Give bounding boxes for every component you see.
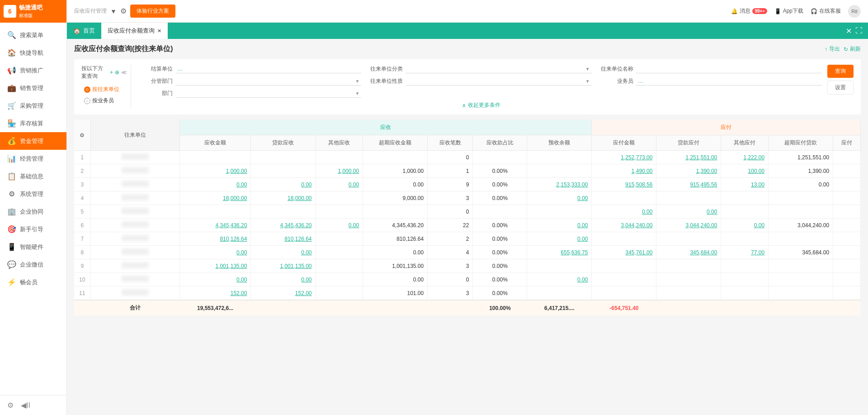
table-cell[interactable]: 915,508.56 — [592, 178, 656, 191]
table-cell[interactable]: 0.00 — [527, 232, 592, 246]
table-cell[interactable]: 1,001,135.00 — [179, 259, 251, 273]
notice-button[interactable]: 🔔 消息 99++ — [731, 7, 767, 15]
partner-nature-dropdown[interactable]: ▼ — [406, 77, 591, 86]
table-cell[interactable]: 0.00 — [179, 273, 251, 286]
table-cell[interactable]: 0.00 — [527, 219, 592, 232]
sidebar-item-sysadmin[interactable]: ⚙ 系统管理 — [0, 185, 66, 203]
refresh-button[interactable]: ↻ 刷新 — [844, 45, 861, 53]
table-cell[interactable]: 0.00 — [251, 178, 316, 191]
department-input[interactable] — [177, 90, 353, 96]
sidebar-item-enterprise[interactable]: 🏢 企业协同 — [0, 203, 66, 220]
tfoot-label: 合计 — [90, 300, 179, 315]
table-cell[interactable]: 0.00 — [527, 273, 592, 286]
settings-button[interactable]: 设置 — [827, 81, 854, 95]
table-cell[interactable]: 0.00 — [251, 273, 316, 286]
table-cell[interactable]: 0.00 — [656, 205, 721, 219]
tab-close-icon[interactable]: ✕ — [157, 28, 161, 34]
table-cell[interactable]: 655,636.75 — [527, 246, 592, 259]
table-cell[interactable]: 0.00 — [316, 219, 363, 232]
table-cell[interactable]: 1,000.00 — [316, 164, 363, 178]
scheme-item-by-salesman[interactable]: ○ 按业务员 — [81, 95, 127, 106]
sidebar-item-sales[interactable]: 💼 销售管理 — [0, 79, 66, 97]
table-cell[interactable]: 77.00 — [721, 246, 769, 259]
table-cell[interactable]: 152.00 — [251, 286, 316, 301]
sidebar-item-marketing[interactable]: 📢 营销推广 — [0, 62, 66, 79]
query-button[interactable]: 查询 — [827, 65, 854, 78]
user-avatar[interactable]: Rit — [848, 5, 861, 18]
table-cell[interactable]: 18,000.00 — [179, 191, 251, 205]
tfoot-ar-count — [428, 300, 473, 315]
table-cell[interactable]: 3,044,240.00 — [656, 219, 721, 232]
table-cell[interactable]: 0.00 — [251, 246, 316, 259]
partner-name-field[interactable] — [638, 66, 820, 72]
table-cell[interactable]: 4,345,436.20 — [251, 219, 316, 232]
table-cell[interactable]: 915,495.56 — [656, 178, 721, 191]
table-cell[interactable]: 13.00 — [721, 178, 769, 191]
scheme-collapse-icon[interactable]: ≪ — [121, 69, 127, 76]
table-cell[interactable]: 345,761.00 — [592, 246, 656, 259]
export-button[interactable]: ↑ 导出 — [825, 45, 840, 53]
scheme-add-icon[interactable]: + — [110, 69, 113, 76]
tab-expand-icon[interactable]: ⛶ — [855, 27, 863, 35]
sidebar-item-quicknav[interactable]: 🏠 快捷导航 — [0, 44, 66, 62]
table-cell[interactable]: 1,252,773.00 — [592, 151, 656, 164]
collapse-sidebar-icon[interactable]: ◀II — [21, 401, 30, 410]
table-cell[interactable]: 2,153,333.00 — [527, 178, 592, 191]
table-cell[interactable]: 100.00 — [721, 164, 769, 178]
table-cell[interactable]: 1,251,551.00 — [656, 151, 721, 164]
collapse-button[interactable]: ∧ 收起更多条件 — [462, 101, 500, 109]
sidebar-item-wechat[interactable]: 💬 企业微信 — [0, 256, 66, 273]
table-cell[interactable]: 0.00 — [721, 219, 769, 232]
partner-category-input[interactable] — [407, 66, 583, 72]
sidebar-item-operation[interactable]: 📊 经营管理 — [0, 150, 66, 167]
table-cell[interactable]: 1,390.00 — [656, 164, 721, 178]
online-service-button[interactable]: 🎧 在线客服 — [811, 7, 841, 15]
app-download-button[interactable]: 📱 App下载 — [774, 7, 803, 15]
settings-footer-icon[interactable]: ⚙ — [7, 401, 14, 410]
partner-category-dropdown[interactable]: ▼ — [406, 65, 591, 73]
cta-button[interactable]: 体验行业方案 — [130, 5, 175, 18]
table-cell[interactable]: 810,126.64 — [251, 232, 316, 246]
sidebar-item-purchase[interactable]: 🛒 采购管理 — [0, 97, 66, 114]
scheme-settings-icon[interactable]: ⊕ — [115, 69, 119, 76]
table-cell[interactable]: 152.00 — [179, 286, 251, 301]
table-cell[interactable]: 0.00 — [527, 191, 592, 205]
table-cell[interactable]: 0.00 — [179, 178, 251, 191]
sidebar-item-vip[interactable]: ⚡ 畅会员 — [0, 273, 66, 291]
branch-dept-input[interactable] — [177, 78, 353, 84]
table-cell[interactable]: 18,000.00 — [251, 191, 316, 205]
tab-close-window-icon[interactable]: ✕ — [846, 27, 852, 35]
table-cell[interactable]: 1,222.00 — [721, 151, 769, 164]
sidebar-item-newbie[interactable]: 🎯 新手引导 — [0, 220, 66, 238]
table-cell[interactable]: 810,126.64 — [179, 232, 251, 246]
table-cell[interactable]: 3,044,240.00 — [592, 219, 656, 232]
table-cell[interactable]: 1,490.00 — [592, 164, 656, 178]
salesman-input[interactable]: … — [636, 77, 822, 86]
scheme-item-by-partner[interactable]: ⊙ 按往来单位 — [81, 84, 127, 95]
table-config-icon[interactable]: ⚙ — [80, 132, 85, 138]
partner-name-input[interactable] — [636, 65, 822, 73]
sidebar-item-inventory[interactable]: 🏪 库存核算 — [0, 114, 66, 132]
table-cell[interactable]: 0.00 — [592, 205, 656, 219]
table-cell[interactable]: 345,684.00 — [656, 246, 721, 259]
th-config[interactable]: ⚙ — [74, 120, 90, 151]
breadcrumb-chevron-icon[interactable]: ▼ — [110, 8, 117, 15]
table-cell[interactable]: 1,001,135.00 — [251, 259, 316, 273]
tab-home[interactable]: 🏠 首页 — [67, 23, 101, 39]
sidebar-item-basicinfo[interactable]: 📋 基础信息 — [0, 167, 66, 185]
table-cell[interactable]: 4,345,436.20 — [179, 219, 251, 232]
partner-nature-input[interactable] — [407, 78, 583, 84]
sidebar-item-hardware[interactable]: 📱 智能硬件 — [0, 238, 66, 256]
partner-nature-chevron-icon: ▼ — [585, 79, 590, 84]
table-cell: 0.00% — [473, 259, 527, 273]
table-cell[interactable]: 0.00 — [316, 178, 363, 191]
branch-dept-dropdown[interactable]: ▼ — [175, 77, 361, 86]
sidebar-item-search[interactable]: 🔍 搜索菜单 — [0, 26, 66, 44]
sidebar-item-finance[interactable]: 💰 资金管理 — [0, 132, 66, 150]
department-dropdown[interactable]: ▼ — [175, 89, 361, 98]
tab-arbalance[interactable]: 应收应付余额查询 ✕ — [101, 23, 168, 39]
header-gear-icon[interactable]: ⚙ — [120, 7, 127, 15]
settlement-unit-input[interactable]: … — [175, 65, 361, 73]
table-cell[interactable]: 1,000.00 — [179, 164, 251, 178]
table-cell[interactable]: 0.00 — [179, 246, 251, 259]
